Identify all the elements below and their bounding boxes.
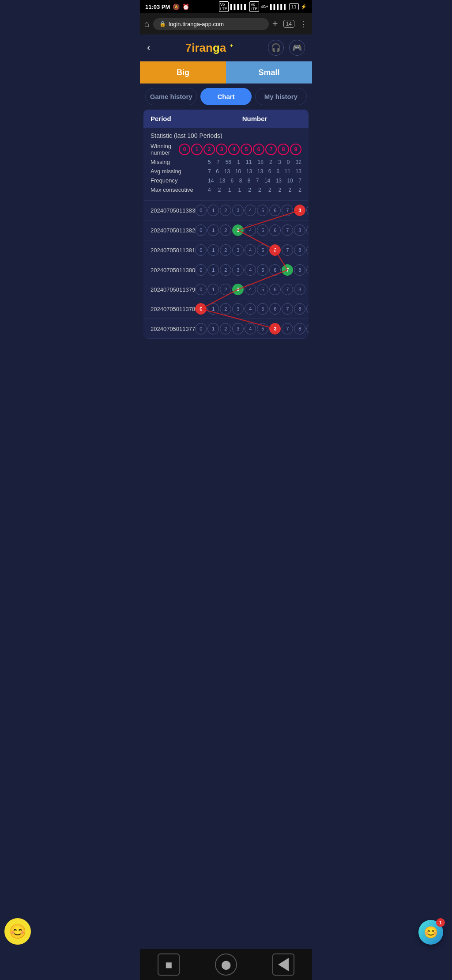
num-6: 6 — [269, 303, 281, 315]
game-row-1383: 20240705011383 0 1 2 3 4 5 6 7 8 9 B — [143, 201, 309, 220]
vo-lte-icon: VoLTE — [219, 1, 229, 12]
home-icon[interactable]: ⌂ — [144, 19, 150, 29]
num-2: 2 — [220, 264, 231, 276]
numbers-1379: 0 1 2 3 4 5 6 7 8 — [195, 284, 305, 295]
numbers-1381: 0 1 2 3 4 5 6 7 8 9 B — [195, 244, 309, 256]
num-0-hl: 0 — [195, 303, 207, 315]
period-1382: 20240705011382 — [151, 227, 195, 234]
num-8: 8 — [294, 264, 305, 276]
game-row-1379: 20240705011379 0 1 2 3 4 5 6 7 8 — [143, 280, 309, 299]
numbers-1380: 0 1 2 3 4 5 6 7 8 9 B — [195, 264, 309, 276]
alarm-icon: ⏰ — [182, 4, 189, 10]
num-7: 7 — [282, 284, 293, 295]
chart-container: Period Number Statistic (last 100 Period… — [143, 110, 309, 339]
number-header: Number — [208, 115, 301, 122]
missing-row: Missing 57561111823032 — [151, 159, 301, 165]
num-5: 5 — [257, 303, 268, 315]
num-9: 9 — [306, 205, 309, 216]
4g-icon: 4G+ — [261, 4, 268, 9]
num-1: 1 — [207, 303, 219, 315]
num-4: 4 — [245, 323, 256, 334]
numbers-1382: 0 1 2 3 4 5 6 7 8 9 S — [195, 224, 309, 236]
num-2: 2 — [220, 224, 231, 236]
browser-bar: ⌂ 🔒 login.tiranga-app.com + 14 ⋮ — [140, 13, 312, 34]
big-button[interactable]: Big — [140, 61, 226, 84]
num-6: 6 — [269, 264, 281, 276]
win-1: 1 — [191, 144, 203, 155]
win-4: 4 — [228, 144, 240, 155]
game-rows-wrapper: 20240705011383 0 1 2 3 4 5 6 7 8 9 B 202… — [143, 201, 309, 339]
num-0: 0 — [195, 264, 207, 276]
period-1381: 20240705011381 — [151, 247, 195, 254]
more-icon[interactable]: ⋮ — [300, 19, 308, 29]
tab-count[interactable]: 14 — [283, 20, 294, 28]
max-consec-values: 4211222222 — [208, 187, 301, 193]
num-7: 7 — [282, 224, 293, 236]
url-bar[interactable]: 🔒 login.tiranga-app.com — [153, 18, 269, 30]
back-button[interactable]: ‹ — [147, 42, 150, 53]
num-6: 6 — [269, 205, 281, 216]
num-3: 3 — [232, 303, 244, 315]
small-button[interactable]: Small — [226, 61, 312, 84]
avg-missing-row: Avg missing 7613101313661113 — [151, 168, 301, 175]
num-4: 4 — [245, 303, 256, 315]
numbers-1378: 0 1 2 3 4 5 6 7 8 9 S — [195, 303, 309, 315]
num-3: 3 — [232, 244, 244, 256]
num-4: 4 — [245, 264, 256, 276]
statistic-section: Statistic (last 100 Periods) Winning num… — [143, 128, 309, 201]
tab-game-history[interactable]: Game history — [145, 88, 197, 105]
num-7: 7 — [282, 303, 293, 315]
period-1380: 20240705011380 — [151, 267, 195, 273]
win-3: 3 — [216, 144, 227, 155]
win-5: 5 — [241, 144, 252, 155]
mute-icon: 🔕 — [173, 4, 180, 10]
status-bar: 11:03 PM 🔕 ⏰ VoLTE ▌▌▌▌▌ VoLTE 4G+ ▌▌▌▌▌… — [140, 0, 312, 13]
num-2: 2 — [220, 244, 231, 256]
tab-row: Game history Chart My history — [140, 84, 312, 110]
num-1: 1 — [207, 264, 219, 276]
missing-label: Missing — [151, 159, 208, 165]
num-7: 7 — [282, 244, 293, 256]
winning-values: 0 1 2 3 4 5 6 7 8 9 — [179, 144, 301, 155]
status-time: 11:03 PM 🔕 ⏰ — [145, 4, 189, 10]
frequency-values: 141368871413107 — [208, 178, 301, 184]
num-0: 0 — [195, 244, 207, 256]
num-5: 5 — [257, 224, 268, 236]
num-8: 8 — [294, 224, 305, 236]
add-tab-icon[interactable]: + — [272, 18, 278, 30]
num-9: 9 — [306, 264, 309, 276]
win-7: 7 — [265, 144, 277, 155]
frequency-row: Frequency 141368871413107 — [151, 177, 301, 184]
win-9: 9 — [290, 144, 301, 155]
browser-actions: + 14 ⋮ — [272, 18, 308, 30]
logo-star: ✦ — [230, 43, 233, 48]
num-1: 1 — [207, 284, 219, 295]
num-6: 6 — [269, 224, 281, 236]
avg-missing-label: Avg missing — [151, 168, 208, 175]
num-3: 3 — [232, 264, 244, 276]
num-8: 8 — [294, 284, 305, 295]
num-9: 9 — [306, 244, 309, 256]
game-row-1381: 20240705011381 0 1 2 3 4 5 6 7 8 9 B — [143, 240, 309, 260]
headset-icon[interactable]: 🎧 — [268, 40, 284, 56]
num-8-hl: 8 — [294, 205, 305, 216]
winning-label: Winning number — [151, 143, 179, 156]
num-8: 8 — [294, 244, 305, 256]
num-7-hl: 7 — [282, 264, 293, 276]
game-icon[interactable]: 🎮 — [289, 40, 305, 56]
app-logo: 7iranga ✦ — [185, 41, 233, 55]
tab-my-history[interactable]: My history — [255, 88, 307, 105]
period-1377: 20240705011377 — [151, 326, 195, 332]
num-5: 5 — [257, 264, 268, 276]
win-0: 0 — [179, 144, 190, 155]
num-3-hl: 3 — [232, 284, 244, 295]
period-header: Period — [151, 115, 208, 122]
max-consec-label: Max consecutive — [151, 186, 208, 193]
game-row-1378: 20240705011378 0 1 2 3 4 5 6 7 8 9 S — [143, 299, 309, 319]
charging-icon: ⚡ — [301, 4, 307, 10]
missing-values: 57561111823032 — [208, 159, 301, 165]
tab-chart[interactable]: Chart — [200, 88, 251, 105]
num-1: 1 — [207, 224, 219, 236]
vo-lte2-icon: VoLTE — [249, 1, 259, 12]
numbers-1383: 0 1 2 3 4 5 6 7 8 9 B — [195, 204, 309, 217]
